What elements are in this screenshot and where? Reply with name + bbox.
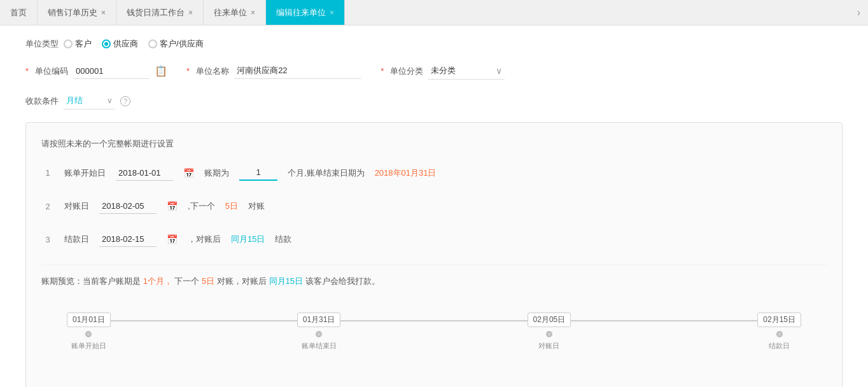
- main-content: 单位类型 客户 供应商 客户/供应商 * 单位编码: [0, 25, 868, 387]
- account-start-date-input[interactable]: [116, 165, 173, 181]
- radio-customer-supplier[interactable]: 客户/供应商: [148, 38, 204, 50]
- account-start-calendar-icon[interactable]: 📅: [183, 168, 194, 178]
- row-number-3: 3: [41, 235, 54, 244]
- reconciliation-day-highlight: 5日: [225, 201, 238, 212]
- tab-edit-related-unit-close[interactable]: ×: [330, 8, 334, 17]
- timeline-dot-1: [85, 331, 92, 337]
- unit-name-input[interactable]: [234, 64, 361, 79]
- timeline-node-3: 02月05日 对账日: [528, 313, 571, 351]
- tab-related-unit[interactable]: 往来单位 ×: [204, 0, 266, 25]
- reconciliation-label: 对账日: [64, 201, 89, 212]
- timeline-nodes: 01月01日 账单开始日 01月31日 账单结束日 02月05日 对账日: [41, 313, 827, 351]
- tab-related-unit-close[interactable]: ×: [251, 8, 255, 17]
- settlement-row: 3 结款日 📅 ，对账后 同月15日 结款: [41, 232, 827, 247]
- tab-edit-related-unit-label: 编辑往来单位: [276, 7, 326, 18]
- preview-text: 账期预览：当前客户账期是 1个月， 下一个 5日 对账，对账后 同月15日 该客…: [41, 276, 827, 287]
- radio-customer-supplier-circle: [148, 39, 157, 48]
- unit-name-label: 单位名称: [196, 66, 229, 77]
- timeline-node-4: 02月15日 结款日: [757, 313, 801, 351]
- unit-classify-select[interactable]: 未分类 ∨: [428, 62, 505, 80]
- unit-code-copy-icon[interactable]: 📋: [155, 65, 167, 77]
- unit-name-group: * 单位名称: [186, 64, 361, 79]
- row-number-1: 1: [41, 168, 54, 178]
- reconciliation-date-input[interactable]: [99, 199, 157, 214]
- timeline-label-1: 账单开始日: [71, 341, 106, 351]
- account-start-row: 1 账单开始日 📅 账期为 个月,账单结束日期为 2018年01月31日: [41, 165, 827, 181]
- settlement-desc-prefix: ，对账后: [188, 234, 221, 245]
- tab-home[interactable]: 首页: [0, 0, 38, 25]
- reconciliation-desc-suffix: 对账: [248, 201, 265, 212]
- tab-cash-goods-work-close[interactable]: ×: [188, 8, 193, 17]
- payment-condition-row: 收款条件 月结 ∨ ?: [25, 92, 843, 109]
- settlement-calendar-icon[interactable]: 📅: [167, 234, 178, 244]
- chevron-down-icon: ∨: [496, 66, 502, 76]
- settlement-day-highlight: 同月15日: [231, 234, 265, 245]
- timeline-date-3: 02月05日: [528, 313, 571, 327]
- timeline-label-4: 结款日: [769, 341, 790, 351]
- payment-condition-select[interactable]: 月结 ∨: [64, 92, 115, 109]
- account-start-desc-suffix: 个月,账单结束日期为: [288, 167, 365, 179]
- tab-edit-related-unit[interactable]: 编辑往来单位 ×: [266, 0, 345, 25]
- tab-home-label: 首页: [10, 7, 27, 18]
- help-icon[interactable]: ?: [120, 96, 130, 106]
- payment-condition-group: 收款条件 月结 ∨ ?: [25, 92, 130, 109]
- reconciliation-desc-prefix: ,下一个: [188, 201, 215, 212]
- timeline-node-2: 01月31日 账单结束日: [297, 313, 341, 351]
- unit-code-label: 单位编码: [35, 66, 68, 77]
- timeline-date-2: 01月31日: [297, 313, 341, 327]
- timeline-node-1: 01月01日 账单开始日: [67, 313, 111, 351]
- timeline-date-1: 01月01日: [67, 313, 111, 327]
- timeline-label-3: 对账日: [538, 341, 559, 351]
- settings-title: 请按照未来的一个完整帐期进行设置: [41, 138, 827, 150]
- unit-classify-label: 单位分类: [390, 66, 423, 77]
- unit-type-row: 单位类型 客户 供应商 客户/供应商: [25, 38, 843, 50]
- settlement-label: 结款日: [64, 234, 89, 245]
- settlement-desc-suffix: 结款: [275, 234, 291, 245]
- payment-condition-value: 月结: [66, 95, 104, 106]
- radio-supplier[interactable]: 供应商: [102, 38, 138, 50]
- reconciliation-calendar-icon[interactable]: 📅: [167, 201, 178, 211]
- row-number-2: 2: [41, 202, 54, 211]
- timeline-dot-4: [776, 331, 783, 337]
- unit-code-required: *: [25, 66, 29, 76]
- period-input[interactable]: [239, 165, 277, 181]
- account-end-date-highlight: 2018年01月31日: [375, 167, 437, 179]
- unit-classify-group: * 单位分类 未分类 ∨: [381, 62, 505, 80]
- tab-cash-goods-work-label: 钱货日清工作台: [127, 7, 185, 18]
- timeline-dot-2: [316, 331, 322, 337]
- reconciliation-row: 2 对账日 📅 ,下一个 5日 对账: [41, 199, 827, 214]
- preview-label: 账期预览：当前客户账期是: [41, 276, 141, 286]
- preview-part4: 对账，对账后: [217, 276, 267, 286]
- payment-condition-label: 收款条件: [25, 95, 59, 107]
- unit-classify-value: 未分类: [431, 65, 456, 76]
- unit-type-label: 单位类型: [25, 38, 59, 50]
- timeline-dot-3: [546, 331, 552, 337]
- account-start-desc-prefix: 账期为: [204, 167, 229, 179]
- radio-supplier-circle: [102, 39, 111, 48]
- radio-group: 客户 供应商 客户/供应商: [64, 38, 204, 50]
- tab-bar: 首页 销售订单历史 × 钱货日清工作台 × 往来单位 × 编辑往来单位 × ›: [0, 0, 868, 25]
- radio-supplier-label: 供应商: [113, 38, 138, 50]
- tab-cash-goods-work[interactable]: 钱货日清工作台 ×: [116, 0, 204, 25]
- tab-sales-order-history-label: 销售订单历史: [48, 7, 97, 18]
- preview-part1: 1个月，: [143, 276, 172, 286]
- settings-card: 请按照未来的一个完整帐期进行设置 1 账单开始日 📅 账期为 个月,账单结束日期…: [25, 122, 843, 387]
- tab-scroll-arrow[interactable]: ›: [850, 7, 868, 18]
- settlement-date-input[interactable]: [99, 232, 157, 247]
- tab-sales-order-history[interactable]: 销售订单历史 ×: [38, 0, 116, 25]
- unit-classify-required: *: [381, 66, 384, 76]
- unit-type-group: 单位类型 客户 供应商 客户/供应商: [25, 38, 204, 50]
- radio-customer-supplier-label: 客户/供应商: [160, 38, 204, 50]
- radio-customer-circle: [64, 39, 73, 48]
- timeline-label-2: 账单结束日: [302, 341, 337, 351]
- account-start-label: 账单开始日: [64, 167, 106, 179]
- preview-section: 账期预览：当前客户账期是 1个月， 下一个 5日 对账，对账后 同月15日 该客…: [41, 265, 827, 376]
- preview-part2: 下一个: [174, 276, 199, 286]
- unit-name-required: *: [186, 66, 190, 76]
- tab-sales-order-history-close[interactable]: ×: [101, 8, 106, 17]
- preview-part5: 同月15日: [269, 276, 303, 286]
- unit-code-input[interactable]: [73, 64, 150, 79]
- radio-customer[interactable]: 客户: [64, 38, 92, 50]
- tab-related-unit-label: 往来单位: [214, 7, 247, 18]
- radio-customer-label: 客户: [75, 38, 92, 50]
